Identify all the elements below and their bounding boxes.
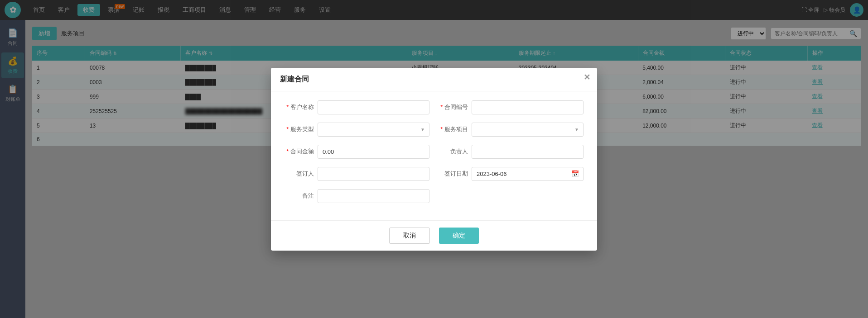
modal-body: 客户名称 合同编号 服务类型: [271, 91, 597, 220]
field-service-item: 服务项目: [439, 123, 583, 137]
input-customer-name[interactable]: [318, 100, 429, 114]
label-signer: 签订人: [285, 170, 314, 178]
field-service-type: 服务类型: [285, 123, 429, 137]
modal-title: 新建合同: [280, 75, 309, 83]
modal-overlay[interactable]: 新建合同 ✕ 客户名称 合同编号 服务类型: [0, 0, 868, 318]
form-row-5: 备注: [285, 189, 583, 203]
label-sign-date: 签订日期: [439, 170, 468, 178]
label-service-type: 服务类型: [285, 125, 314, 133]
field-customer-name: 客户名称: [285, 100, 429, 114]
select-service-type[interactable]: [318, 123, 429, 137]
input-contract-amount[interactable]: [318, 145, 429, 159]
input-sign-date[interactable]: [472, 167, 583, 181]
field-contract-amount: 合同金额: [285, 145, 429, 159]
label-contract-code: 合同编号: [439, 103, 468, 111]
new-contract-modal: 新建合同 ✕ 客户名称 合同编号 服务类型: [271, 68, 597, 251]
label-remarks: 备注: [285, 192, 314, 200]
confirm-button[interactable]: 确定: [439, 228, 479, 244]
input-responsible[interactable]: [472, 145, 583, 159]
label-customer-name: 客户名称: [285, 103, 314, 111]
cancel-button[interactable]: 取消: [389, 228, 430, 244]
field-remarks: 备注: [285, 189, 429, 203]
form-row-3: 合同金额 负责人: [285, 145, 583, 159]
label-contract-amount: 合同金额: [285, 147, 314, 156]
label-responsible: 负责人: [439, 147, 468, 156]
calendar-icon[interactable]: 📅: [571, 170, 579, 177]
modal-close-button[interactable]: ✕: [583, 73, 590, 81]
field-contract-code: 合同编号: [439, 100, 583, 114]
select-service-type-wrapper: [318, 123, 429, 137]
field-responsible: 负责人: [439, 145, 583, 159]
form-row-4: 签订人 签订日期 📅: [285, 167, 583, 181]
input-remarks[interactable]: [318, 189, 429, 203]
modal-header: 新建合同 ✕: [271, 68, 597, 91]
select-service-item-wrapper: [472, 123, 583, 137]
select-service-item[interactable]: [472, 123, 583, 137]
label-service-item: 服务项目: [439, 125, 468, 133]
input-signer[interactable]: [318, 167, 429, 181]
form-row-2: 服务类型 服务项目: [285, 123, 583, 137]
field-sign-date: 签订日期 📅: [439, 167, 583, 181]
sign-date-wrapper: 📅: [472, 167, 583, 181]
field-signer: 签订人: [285, 167, 429, 181]
form-row-1: 客户名称 合同编号: [285, 100, 583, 114]
input-contract-code[interactable]: [472, 100, 583, 114]
modal-footer: 取消 确定: [271, 220, 597, 251]
